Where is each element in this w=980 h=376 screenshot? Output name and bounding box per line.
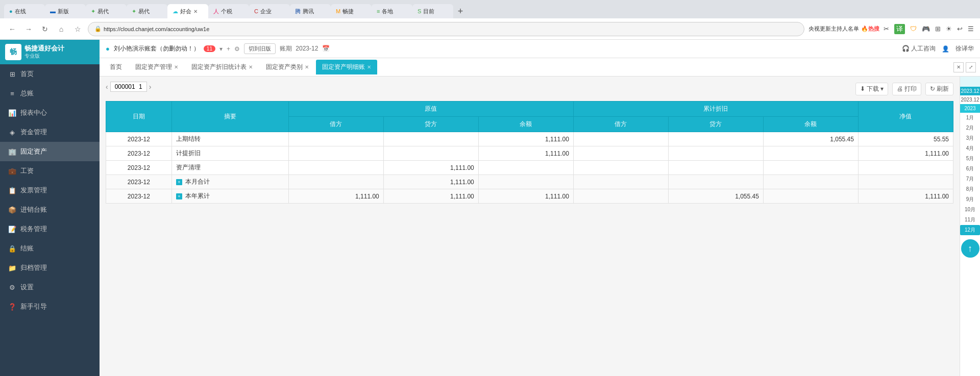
- sidebar-item-salary[interactable]: 💼 工资: [0, 161, 100, 181]
- calendar-icon[interactable]: 📅: [322, 45, 330, 52]
- reload-button[interactable]: ↻: [39, 23, 51, 35]
- sidebar-item-closing[interactable]: 🔒 结账: [0, 239, 100, 258]
- sidebar-item-settings[interactable]: ⚙ 设置: [0, 278, 100, 297]
- shield-icon[interactable]: 🛡: [910, 25, 917, 33]
- add-icon[interactable]: +: [227, 45, 230, 53]
- tab-asset-detail-ledger[interactable]: 固定资产明细账 ✕: [316, 60, 377, 74]
- sidebar-item-invoices[interactable]: 📋 发票管理: [0, 181, 100, 200]
- archive-icon: 📁: [8, 264, 16, 272]
- cell-orig-debit: [288, 132, 383, 146]
- table-row: 2023-12 资产清理 1,111.00: [106, 161, 953, 175]
- cell-date: 2023-12: [106, 189, 172, 204]
- sidebar-item-home[interactable]: ⊞ 首页: [0, 64, 100, 84]
- new-tab-button[interactable]: +: [453, 4, 468, 18]
- consult-button[interactable]: 🎧 人工咨询: [902, 44, 936, 53]
- period-month-5[interactable]: 5月: [960, 154, 980, 164]
- period-month-6[interactable]: 6月: [960, 164, 980, 174]
- sidebar-item-general-ledger[interactable]: ≡ 总账: [0, 84, 100, 103]
- settings-small-icon[interactable]: ⚙: [234, 45, 240, 53]
- tab-haohui[interactable]: ☁ 好会 ✕: [167, 4, 208, 18]
- period-month-9[interactable]: 9月: [960, 194, 980, 205]
- period-month-1[interactable]: 1月: [960, 113, 980, 123]
- period-month-11[interactable]: 11月: [960, 215, 980, 225]
- maximize-button[interactable]: ⤢: [966, 62, 976, 72]
- browser-nav-bar: ← → ↻ ⌂ ☆ 🔒 https://cloud.chanjet.com/ac…: [0, 18, 980, 40]
- tab-yidai1[interactable]: ✦ 易代: [86, 4, 127, 18]
- sun-icon[interactable]: ☀: [946, 25, 952, 33]
- cell-net-value: 55.55: [858, 132, 953, 146]
- period-month-10[interactable]: 10月: [960, 205, 980, 215]
- url-bar[interactable]: 🔒 https://cloud.chanjet.com/accounting/u…: [88, 22, 804, 36]
- period-2023-12-first[interactable]: 2023.12: [960, 87, 980, 95]
- period-month-3[interactable]: 3月: [960, 133, 980, 143]
- cell-orig-balance: [478, 161, 573, 175]
- forward-button[interactable]: →: [22, 23, 35, 35]
- close-tab-icon[interactable]: ✕: [367, 64, 371, 70]
- tab-yidai2[interactable]: ✦ 易代: [127, 4, 167, 18]
- cell-acc-credit: [668, 175, 763, 189]
- tab-zaixin[interactable]: ● 在线: [4, 4, 45, 18]
- main-content: ● 刘小艳演示账套（勿删勿动！） 11 ▾ + ⚙ 切到旧版 账期 2023-1…: [100, 40, 980, 376]
- sidebar-item-inventory[interactable]: 📦 进销台账: [0, 200, 100, 219]
- bookmark-button[interactable]: ☆: [71, 23, 84, 35]
- col-header-acc-credit: 贷方: [668, 117, 763, 132]
- tab-asset-category[interactable]: 固定资产类别 ✕: [260, 60, 315, 74]
- tab-home[interactable]: 首页: [104, 60, 128, 74]
- grid-icon[interactable]: ⊞: [935, 25, 941, 33]
- period-2023-12-second[interactable]: 2023.12: [960, 95, 980, 104]
- dropdown-icon[interactable]: ▾: [219, 45, 223, 53]
- cell-net-value: [858, 175, 953, 189]
- closing-icon: 🔒: [8, 244, 16, 253]
- sidebar-item-fixed-assets[interactable]: 🏢 固定资产: [0, 142, 100, 161]
- tab-depreciation-stats[interactable]: 固定资产折旧统计表 ✕: [185, 60, 259, 74]
- download-icon: ⬇: [860, 85, 865, 92]
- back-button[interactable]: ←: [6, 23, 18, 35]
- switch-version-button[interactable]: 切到旧版: [244, 43, 276, 54]
- sidebar-item-label: 归档管理: [20, 263, 47, 272]
- cell-orig-balance: [478, 175, 573, 189]
- tab-gedi[interactable]: ≡ 各地: [372, 4, 412, 18]
- cut-icon[interactable]: ✂: [884, 25, 889, 33]
- sidebar-item-guide[interactable]: ❓ 新手引导: [0, 297, 100, 316]
- tab-geshui[interactable]: 人 个税: [208, 4, 249, 18]
- home-button[interactable]: ⌂: [55, 23, 67, 35]
- sidebar-item-tax[interactable]: 📝 税务管理: [0, 219, 100, 239]
- sidebar-item-funds[interactable]: ◈ 资金管理: [0, 122, 100, 142]
- close-tab-icon[interactable]: ✕: [249, 64, 253, 70]
- sidebar-item-reports[interactable]: 📊 报表中心: [0, 103, 100, 122]
- tab-fixed-assets-mgmt[interactable]: 固定资产管理 ✕: [129, 60, 184, 74]
- sidebar-item-label: 固定资产: [20, 147, 47, 156]
- next-page-button[interactable]: ›: [149, 83, 152, 91]
- sidebar-item-archive[interactable]: 📁 归档管理: [0, 258, 100, 278]
- period-month-2[interactable]: 2月: [960, 123, 980, 133]
- close-tab-icon[interactable]: ✕: [305, 64, 309, 70]
- prev-page-button[interactable]: ‹: [106, 83, 108, 91]
- cell-acc-credit: [668, 146, 763, 161]
- period-month-8[interactable]: 8月: [960, 184, 980, 194]
- tab-tengxun[interactable]: 腾 腾讯: [290, 4, 331, 18]
- refresh-button[interactable]: ↻ 刷新: [925, 83, 953, 95]
- tab-changjie[interactable]: M 畅捷: [331, 4, 372, 18]
- scroll-top-button[interactable]: ↑: [961, 239, 979, 258]
- period-month-12[interactable]: 12月: [960, 225, 980, 235]
- col-header-acc-balance: 余额: [763, 117, 858, 132]
- history-icon[interactable]: ↩: [957, 25, 963, 33]
- report-icon: 📊: [8, 109, 16, 117]
- game-icon[interactable]: 🎮: [922, 25, 930, 33]
- period-month-4[interactable]: 4月: [960, 143, 980, 154]
- close-tab-icon[interactable]: ✕: [174, 64, 178, 70]
- menu-icon[interactable]: ☰: [968, 25, 974, 33]
- tab-xinban[interactable]: ▬ 新版: [45, 4, 86, 18]
- cell-net-value: 1,111.00: [858, 146, 953, 161]
- tab-qiye[interactable]: C 企业: [249, 4, 290, 18]
- close-icon[interactable]: ✕: [193, 9, 198, 14]
- pagination: ‹ 000001 1 ›: [106, 82, 151, 92]
- period-2023[interactable]: 2023: [960, 104, 980, 113]
- translate-icon[interactable]: 译: [894, 24, 905, 34]
- minimize-button[interactable]: ✕: [953, 62, 964, 72]
- download-button[interactable]: ⬇ 下载 ▾: [855, 83, 888, 95]
- print-button[interactable]: 🖨 打印: [892, 83, 921, 95]
- tab-muqian[interactable]: S 目前: [412, 4, 453, 18]
- period-month-7[interactable]: 7月: [960, 174, 980, 184]
- chevron-down-icon: ▾: [880, 85, 884, 92]
